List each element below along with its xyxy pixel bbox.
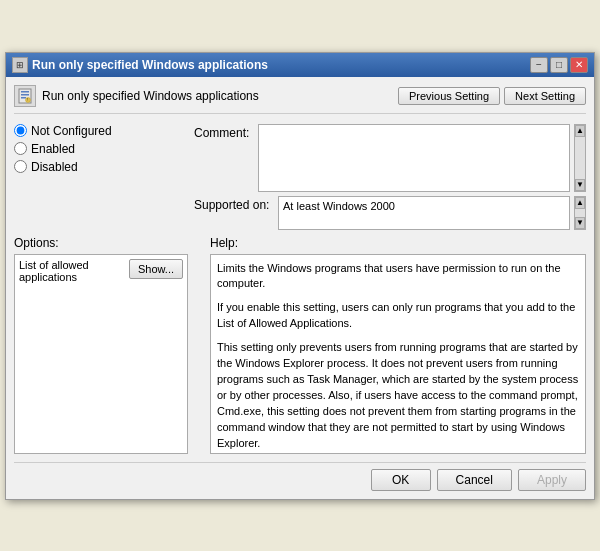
- help-para-2: If you enable this setting, users can on…: [217, 300, 579, 332]
- comment-box-wrapper: [258, 124, 570, 192]
- window-icon: ⊞: [12, 57, 28, 73]
- comment-scrollbar: ▲ ▼: [574, 124, 586, 192]
- header-title: Run only specified Windows applications: [42, 89, 259, 103]
- supported-label: Supported on:: [194, 196, 274, 212]
- enabled-radio[interactable]: [14, 142, 27, 155]
- radio-column: Not Configured Enabled Disabled: [14, 124, 194, 230]
- enabled-label: Enabled: [31, 142, 75, 156]
- apply-button[interactable]: Apply: [518, 469, 586, 491]
- radio-group: Not Configured Enabled Disabled: [14, 124, 186, 174]
- close-button[interactable]: ✕: [570, 57, 588, 73]
- radio-not-configured: Not Configured: [14, 124, 186, 138]
- window-body: ! Run only specified Windows application…: [6, 77, 594, 499]
- svg-rect-3: [21, 97, 26, 99]
- next-setting-button[interactable]: Next Setting: [504, 87, 586, 105]
- title-bar-controls: − □ ✕: [530, 57, 588, 73]
- svg-rect-2: [21, 94, 29, 96]
- top-section: Not Configured Enabled Disabled Comment:: [14, 124, 586, 230]
- options-label: Options:: [14, 236, 194, 250]
- help-box: Limits the Windows programs that users h…: [210, 254, 586, 454]
- help-section: Help: Limits the Windows programs that u…: [210, 236, 586, 454]
- disabled-label: Disabled: [31, 160, 78, 174]
- header-row: ! Run only specified Windows application…: [14, 85, 586, 114]
- comment-label: Comment:: [194, 124, 254, 140]
- comment-textarea[interactable]: [259, 125, 569, 191]
- window-title: Run only specified Windows applications: [32, 58, 268, 72]
- help-para-1: Limits the Windows programs that users h…: [217, 261, 579, 293]
- supported-box: At least Windows 2000: [278, 196, 570, 230]
- nav-buttons: Previous Setting Next Setting: [398, 87, 586, 105]
- help-label: Help:: [210, 236, 586, 250]
- minimize-button[interactable]: −: [530, 57, 548, 73]
- policy-icon: !: [14, 85, 36, 107]
- header-left: ! Run only specified Windows application…: [14, 85, 259, 107]
- previous-setting-button[interactable]: Previous Setting: [398, 87, 500, 105]
- maximize-button[interactable]: □: [550, 57, 568, 73]
- options-box: List of allowed applications Show...: [14, 254, 188, 454]
- supported-row: Supported on: At least Windows 2000 ▲ ▼: [194, 196, 586, 230]
- right-column: Comment: ▲ ▼ Supported on: At: [194, 124, 586, 230]
- supported-value: At least Windows 2000: [283, 200, 395, 212]
- show-button[interactable]: Show...: [129, 259, 183, 279]
- options-help-section: Options: List of allowed applications Sh…: [14, 236, 586, 454]
- options-list-label: List of allowed applications: [19, 259, 123, 283]
- radio-enabled: Enabled: [14, 142, 186, 156]
- svg-rect-1: [21, 91, 29, 93]
- not-configured-radio[interactable]: [14, 124, 27, 137]
- main-window: ⊞ Run only specified Windows application…: [5, 52, 595, 500]
- supported-scrollbar: ▲ ▼: [574, 196, 586, 230]
- bottom-buttons: OK Cancel Apply: [14, 462, 586, 491]
- title-bar-left: ⊞ Run only specified Windows application…: [12, 57, 268, 73]
- ok-button[interactable]: OK: [371, 469, 431, 491]
- not-configured-label: Not Configured: [31, 124, 112, 138]
- comment-row: Comment: ▲ ▼: [194, 124, 586, 192]
- title-bar: ⊞ Run only specified Windows application…: [6, 53, 594, 77]
- svg-text:!: !: [27, 98, 28, 102]
- help-para-3: This setting only prevents users from ru…: [217, 340, 579, 452]
- cancel-button[interactable]: Cancel: [437, 469, 512, 491]
- radio-disabled: Disabled: [14, 160, 186, 174]
- disabled-radio[interactable]: [14, 160, 27, 173]
- options-section: Options: List of allowed applications Sh…: [14, 236, 194, 454]
